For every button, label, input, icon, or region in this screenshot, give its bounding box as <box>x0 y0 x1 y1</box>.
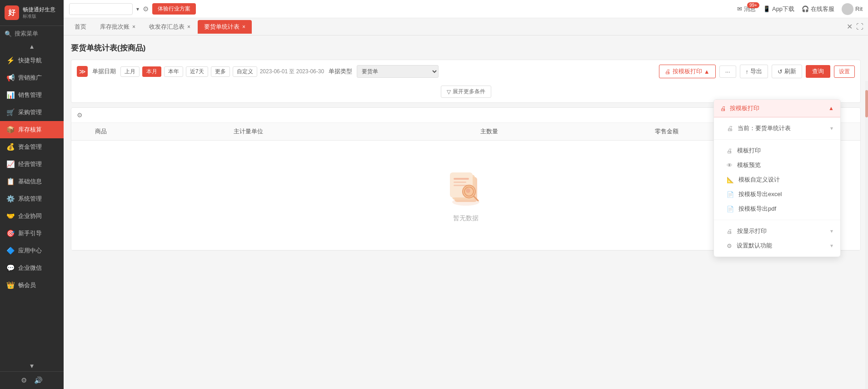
display-print-label: 按显示打印 <box>737 227 767 235</box>
print-design-item[interactable]: 📐 模板自定义设计 <box>714 172 840 187</box>
user-avatar[interactable]: Rit <box>842 3 863 15</box>
tab-order-stats[interactable]: 要货单统计表 × <box>198 20 252 34</box>
topbar-dropdown[interactable]: ▾ <box>136 6 139 12</box>
sidebar-item-sales[interactable]: 📊 销售管理 <box>0 86 64 104</box>
print-chevron-icon: ▲ <box>704 68 710 75</box>
sidebar-item-finance[interactable]: 💰 资金管理 <box>0 138 64 156</box>
tab-collection-summary[interactable]: 收发存汇总表 × <box>143 20 197 34</box>
sidebar-item-label: 营销推广 <box>18 74 42 82</box>
date-btn-more[interactable]: 更多 <box>211 66 230 77</box>
print-dropdown-chevron[interactable]: ▲ <box>828 105 834 111</box>
app-logo: 好 畅捷通好生意 标准版 <box>0 0 64 26</box>
online-service-btn[interactable]: 🎧 在线客服 <box>802 5 834 13</box>
app-download-btn[interactable]: 📱 App下载 <box>763 5 794 13</box>
tab-collection-summary-close[interactable]: × <box>187 24 190 30</box>
purchase-icon: 🛒 <box>6 108 15 116</box>
print-preview-item[interactable]: 👁 模板预览 <box>714 158 840 172</box>
sidebar-item-cooperation[interactable]: 🤝 企业协同 <box>0 207 64 225</box>
print-template-item[interactable]: 🖨 模板打印 <box>714 143 840 158</box>
online-service-label: 在线客服 <box>811 5 834 13</box>
tab-home[interactable]: 首页 <box>68 20 93 34</box>
print-current-item[interactable]: 🖨 当前：要货单统计表 ▾ <box>714 121 840 136</box>
message-btn[interactable]: ✉ 消息 99+ <box>737 5 756 13</box>
settings-btn[interactable]: 设置 <box>834 66 855 78</box>
sidebar-item-quick-nav[interactable]: ⚡ 快捷导航 <box>0 52 64 69</box>
template-preview-label: 模板预览 <box>737 161 761 169</box>
appstore-icon: 🔷 <box>6 247 15 255</box>
template-design-icon: 📐 <box>727 177 734 183</box>
main-content: ▾ ⚙ 体验行业方案 ✉ 消息 99+ 📱 App下载 🎧 在线客服 Rit <box>64 0 868 389</box>
default-settings-item[interactable]: ⚙ 设置默认功能 ▾ <box>714 238 840 253</box>
print-dropdown-header-left: 🖨 按模板打印 <box>720 104 759 112</box>
sidebar-item-inventory[interactable]: 📦 库存核算 <box>0 121 64 138</box>
sidebar-item-basic[interactable]: 📋 基础信息 <box>0 173 64 190</box>
sidebar-item-purchase[interactable]: 🛒 采购管理 <box>0 104 64 121</box>
sidebar-item-system[interactable]: ⚙️ 系统管理 <box>0 190 64 207</box>
search-icon: 🔍 <box>5 30 12 37</box>
basic-icon: 📋 <box>6 177 15 186</box>
sidebar-item-operations[interactable]: 📈 经营管理 <box>0 156 64 173</box>
sidebar-item-wechat[interactable]: 💬 企业微信 <box>0 259 64 277</box>
app-version: 标准版 <box>23 13 55 20</box>
sidebar-item-label: 新手引导 <box>18 229 42 237</box>
sidebar-item-label: 企业微信 <box>18 264 42 272</box>
right-scrollbar[interactable] <box>865 81 868 389</box>
member-icon: 👑 <box>6 281 15 289</box>
sidebar-item-marketing[interactable]: 📢 营销推广 <box>0 69 64 86</box>
query-btn[interactable]: 查询 <box>806 65 830 78</box>
topbar-right: ✉ 消息 99+ 📱 App下载 🎧 在线客服 Rit <box>737 3 863 15</box>
table-settings-icon[interactable]: ⚙ <box>77 111 83 119</box>
sidebar-item-member[interactable]: 👑 畅会员 <box>0 277 64 294</box>
type-filter-select[interactable]: 要货单 <box>357 65 439 78</box>
printer-icon: 🖨 <box>665 68 671 75</box>
export-excel-icon: 📄 <box>727 191 734 198</box>
date-btn-this-month[interactable]: 本月 <box>142 66 161 77</box>
print-dropdown-header: 🖨 按模板打印 ▲ <box>714 100 840 117</box>
export-pdf-icon: 📄 <box>727 206 734 212</box>
sidebar-item-guide[interactable]: 🎯 新手引导 <box>0 225 64 242</box>
svg-rect-6 <box>454 185 467 186</box>
more-options-btn[interactable]: ··· <box>719 66 736 78</box>
tab-batch-account-close[interactable]: × <box>132 24 135 30</box>
display-print-chevron: ▾ <box>830 228 833 234</box>
tab-batch-account[interactable]: 库存批次账 × <box>94 20 142 34</box>
export-pdf-item[interactable]: 📄 按模板导出pdf <box>714 202 840 216</box>
sidebar-bottom: ⚙ 🔊 <box>0 371 64 389</box>
filter-row-1: ≫ 单据日期 上月 本月 本年 近7天 更多 自定义 2023-06-01 至 … <box>77 65 855 78</box>
tab-order-stats-label: 要货单统计表 <box>204 23 239 31</box>
export-pdf-label: 按模板导出pdf <box>738 205 776 213</box>
trial-button[interactable]: 体验行业方案 <box>152 3 196 15</box>
print-template-btn[interactable]: 🖨 按模板打印 ▲ <box>659 65 716 78</box>
speaker-bottom-icon[interactable]: 🔊 <box>34 376 43 384</box>
sidebar-scroll-down[interactable]: ▼ <box>0 361 64 371</box>
date-btn-7days[interactable]: 近7天 <box>186 66 208 77</box>
tab-order-stats-close[interactable]: × <box>242 24 245 30</box>
sidebar-search[interactable]: 🔍 搜索菜单 <box>0 26 64 41</box>
sidebar-scroll-up[interactable]: ▲ <box>0 41 64 52</box>
wechat-icon: 💬 <box>6 264 15 272</box>
date-btn-this-year[interactable]: 本年 <box>164 66 183 77</box>
search-label: 搜索菜单 <box>15 30 38 38</box>
settings-bottom-icon[interactable]: ⚙ <box>21 376 27 384</box>
export-btn[interactable]: ↑ 导出 <box>740 65 768 78</box>
inventory-icon: 📦 <box>6 126 15 134</box>
expand-tab-btn[interactable]: ⛶ <box>856 23 863 31</box>
close-tab-btn[interactable]: ✕ <box>847 22 853 31</box>
filter-expand-btn[interactable]: ≫ <box>77 66 88 77</box>
print-current-icon: 🖨 <box>727 125 733 132</box>
refresh-btn[interactable]: ↺ 刷新 <box>772 65 802 78</box>
topbar-search-input[interactable] <box>69 3 133 15</box>
sidebar-item-label: 资金管理 <box>18 143 42 151</box>
export-excel-item[interactable]: 📄 按模板导出excel <box>714 187 840 202</box>
guide-icon: 🎯 <box>6 229 15 237</box>
sidebar-item-appstore[interactable]: 🔷 应用中心 <box>0 242 64 259</box>
date-btn-prev-month[interactable]: 上月 <box>120 66 140 77</box>
sidebar-item-label: 基础信息 <box>18 177 42 186</box>
date-btn-custom[interactable]: 自定义 <box>233 66 257 77</box>
avatar-image <box>842 3 853 15</box>
expand-more-btn[interactable]: ▽ 展开更多条件 <box>441 86 491 98</box>
date-buttons: 上月 本月 本年 近7天 更多 自定义 2023-06-01 至 2023-06… <box>120 66 324 77</box>
col-product: 商品 <box>90 123 228 141</box>
topbar-settings-icon[interactable]: ⚙ <box>143 5 149 13</box>
display-print-item[interactable]: 🖨 按显示打印 ▾ <box>714 224 840 238</box>
